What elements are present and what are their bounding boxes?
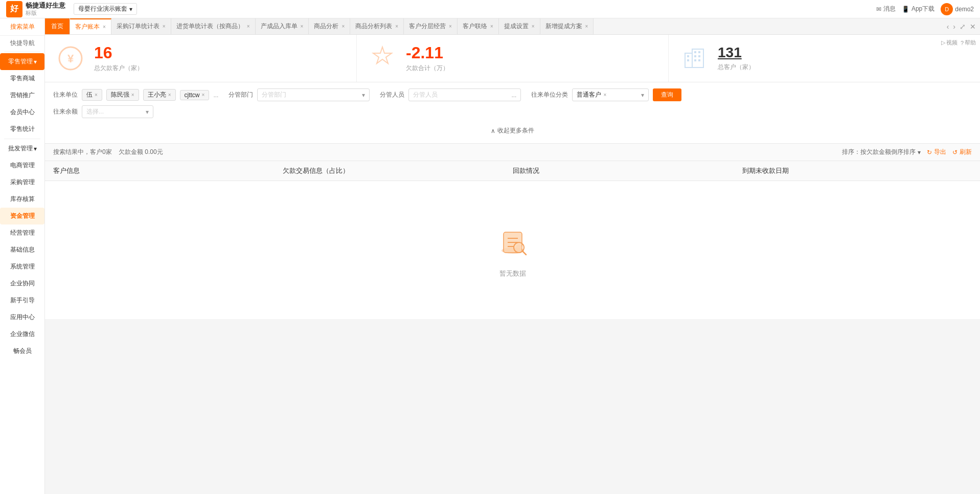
- tab-purchase-stats[interactable]: 采购订单统计表 ×: [111, 18, 171, 35]
- play-icon: ▷: [941, 39, 945, 46]
- results-right: 排序：按欠款金额倒序排序 ▾ ↻ 导出 ↺ 刷新: [842, 148, 972, 156]
- stat-number-1: 16: [94, 44, 143, 62]
- refresh-button[interactable]: ↺ 刷新: [952, 148, 972, 156]
- stat-debt-amount: -2.11 欠款合计（万）: [357, 35, 669, 82]
- sidebar-item-enterprise[interactable]: 企业协同: [0, 275, 44, 292]
- store-selector[interactable]: 母婴行业演示账套 ▾: [74, 3, 137, 15]
- filter-tag-1-label: 伍: [86, 91, 93, 99]
- sidebar-quick-nav[interactable]: 快捷导航: [0, 36, 44, 51]
- filter-tag-4-label: cjttcw: [185, 92, 200, 99]
- tab-scroll-left-icon[interactable]: ‹: [946, 21, 950, 32]
- sort-label: 排序：按欠款金额倒序排序: [842, 148, 916, 156]
- tab-scroll-right-icon[interactable]: ›: [952, 21, 956, 32]
- sidebar-item-finance[interactable]: 资金管理: [0, 208, 44, 224]
- tab-customer-contact[interactable]: 客户联络 ×: [458, 18, 499, 35]
- unit-class-close[interactable]: ×: [603, 92, 606, 98]
- collapse-button[interactable]: ∧ 收起更多条件: [485, 124, 540, 137]
- sidebar-item-guide[interactable]: 新手引导: [0, 292, 44, 309]
- export-button[interactable]: ↻ 导出: [927, 148, 946, 156]
- tab-close-icon-6[interactable]: ×: [395, 24, 398, 29]
- sidebar-divider-2: [4, 139, 40, 139]
- logo-area: 好 畅捷通好生意 标版: [6, 1, 65, 17]
- user-avatar[interactable]: D demo2: [941, 3, 974, 15]
- coin-icon: ¥: [55, 43, 86, 74]
- sidebar-item-retail[interactable]: 零售管理 ▾: [0, 53, 44, 70]
- sidebar-item-member[interactable]: 会员中心: [0, 104, 44, 121]
- balance-select[interactable]: 选择... ▾: [82, 105, 153, 118]
- filter-tag-4-close[interactable]: ×: [202, 92, 205, 98]
- sort-selector[interactable]: 排序：按欠款金额倒序排序 ▾: [842, 148, 921, 156]
- sidebar-item-operation[interactable]: 经营管理: [0, 224, 44, 241]
- tab-purchase-goods[interactable]: 进货单统计表（按商品） ×: [171, 18, 256, 35]
- tab-close-icon-3[interactable]: ×: [247, 24, 250, 29]
- sidebar-item-ecommerce[interactable]: 电商管理: [0, 157, 44, 174]
- filter-tag-1: 伍 ×: [82, 89, 102, 101]
- sidebar-item-marketing[interactable]: 营销推广: [0, 87, 44, 104]
- sidebar-item-retail-stats[interactable]: 零售统计: [0, 121, 44, 138]
- tab-close-icon-10[interactable]: ×: [585, 24, 588, 29]
- sidebar-item-basic-info[interactable]: 基础信息: [0, 241, 44, 258]
- tab-customer-tier[interactable]: 客户分层经营 ×: [404, 18, 458, 35]
- unit-class-select[interactable]: 普通客户 × ▾: [572, 88, 649, 101]
- filter-tag-2-close[interactable]: ×: [131, 92, 134, 98]
- video-help-btn[interactable]: ▷ 视频: [941, 39, 958, 47]
- help-btn[interactable]: ? 帮助: [961, 39, 976, 47]
- tab-home[interactable]: 首页: [45, 18, 70, 35]
- sidebar-search[interactable]: 搜索菜单: [0, 18, 44, 36]
- sidebar-item-retail-shop[interactable]: 零售商城: [0, 70, 44, 87]
- tab-product-inbound[interactable]: 产成品入库单 ×: [256, 18, 309, 35]
- person-select[interactable]: 分管人员 ...: [408, 88, 521, 101]
- svg-rect-7: [698, 51, 700, 53]
- stat-debt-customers: ¥ 16 总欠款客户（家）: [45, 35, 357, 82]
- tab-goods-analysis[interactable]: 商品分析 ×: [309, 18, 350, 35]
- messages-button[interactable]: ✉ 消息: [876, 5, 896, 13]
- top-bar-left: 好 畅捷通好生意 标版 母婴行业演示账套 ▾: [6, 1, 137, 17]
- person-placeholder: 分管人员: [413, 91, 438, 99]
- tab-close-all-icon[interactable]: ✕: [969, 21, 977, 32]
- tab-close-icon-4[interactable]: ×: [301, 24, 304, 29]
- tab-close-icon[interactable]: ×: [103, 24, 106, 30]
- tab-close-icon-9[interactable]: ×: [532, 24, 535, 29]
- sidebar-item-appstore[interactable]: 应用中心: [0, 309, 44, 326]
- svg-rect-8: [694, 55, 696, 57]
- svg-rect-3: [692, 49, 703, 68]
- sidebar-item-inventory[interactable]: 库存核算: [0, 191, 44, 208]
- sidebar-item-wholesale[interactable]: 批发管理 ▾: [0, 140, 44, 157]
- tab-close-icon-5[interactable]: ×: [341, 24, 345, 29]
- sidebar-item-wechat[interactable]: 企业微信: [0, 326, 44, 343]
- tab-customer-ledger[interactable]: 客户账本 ×: [70, 18, 111, 35]
- tab-add-commission[interactable]: 新增提成方案 ×: [540, 18, 594, 35]
- sidebar-item-member2[interactable]: 畅会员: [0, 343, 44, 360]
- filter-tag-3-close[interactable]: ×: [168, 92, 171, 98]
- svg-rect-11: [698, 59, 700, 61]
- tab-commission[interactable]: 提成设置 ×: [499, 18, 540, 35]
- filter-tag-3: 王小亮 ×: [143, 89, 176, 101]
- store-arrow-icon: ▾: [129, 6, 132, 13]
- dept-placeholder: 分管部门: [262, 91, 286, 99]
- app-download-button[interactable]: 📱 App下载: [902, 5, 935, 13]
- filter-row-1: 往来单位 伍 × 陈民强 × 王小亮 × cjttcw: [53, 88, 972, 101]
- tab-close-icon-2[interactable]: ×: [163, 24, 166, 29]
- results-text: 搜索结果中，客户0家 欠款金额 0.00元: [53, 148, 163, 156]
- dept-select[interactable]: 分管部门 ▾: [257, 88, 370, 101]
- tab-goods-list[interactable]: 商品分析列表 ×: [350, 18, 404, 35]
- sidebar-item-system[interactable]: 系统管理: [0, 258, 44, 275]
- tab-close-icon-8[interactable]: ×: [490, 24, 493, 29]
- dept-arrow-icon: ▾: [362, 92, 365, 99]
- wholesale-arrow-icon: ▾: [34, 145, 37, 152]
- filter-tag-1-close[interactable]: ×: [95, 92, 98, 98]
- stat-number-3: 131: [718, 45, 755, 61]
- filter-tag-3-label: 王小亮: [148, 91, 166, 99]
- badge-icon: [367, 43, 398, 74]
- tab-maximize-icon[interactable]: ⤢: [959, 21, 967, 32]
- logo-text: 畅捷通好生意 标版: [26, 2, 65, 16]
- sidebar-item-purchase[interactable]: 采购管理: [0, 174, 44, 191]
- content-area: 首页 客户账本 × 采购订单统计表 × 进货单统计表（按商品） × 产成品入库单…: [45, 18, 980, 494]
- tab-close-icon-7[interactable]: ×: [449, 24, 452, 29]
- refresh-icon: ↻: [927, 149, 932, 156]
- collapse-up-icon: ∧: [491, 127, 495, 134]
- export-icon: ↺: [952, 149, 958, 156]
- filter-more-btn[interactable]: ...: [213, 92, 218, 99]
- person-arrow-icon: ...: [511, 92, 516, 99]
- query-button[interactable]: 查询: [653, 88, 681, 101]
